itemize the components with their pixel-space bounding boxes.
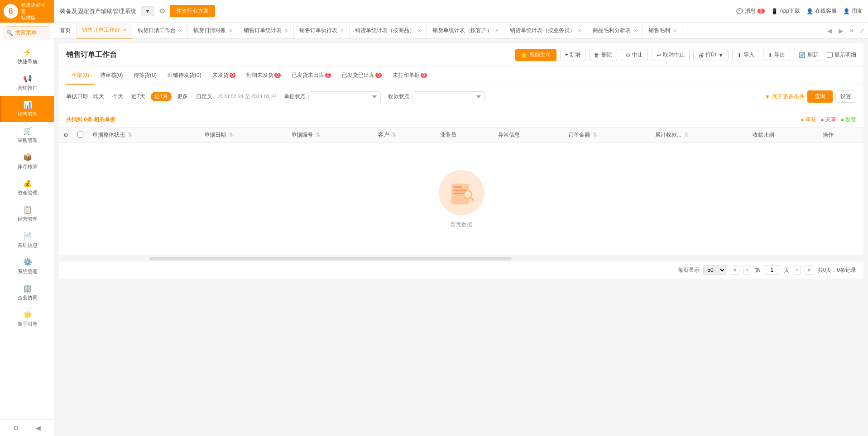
filter-tab-overdue[interactable]: 到期未发货0 [241,67,286,85]
scrollbar-thumb[interactable] [149,257,512,261]
smart-generate-button[interactable]: ⭐ 智能生单 [515,49,556,61]
horizontal-scrollbar[interactable] [59,256,863,261]
tab-sales-profit[interactable]: 销售毛利 ✕ [643,23,682,39]
expand-conditions-button[interactable]: ▼ 展开更多条件 [765,93,805,100]
prev-page-button[interactable]: ‹ [743,265,751,275]
col-settings: ⚙ [59,128,73,143]
first-page-button[interactable]: « [730,265,739,275]
export-button[interactable]: ⬇ 导出 [763,49,790,61]
date-opt-last1m[interactable]: 近1月 [151,92,172,101]
tab-close-goods-margin[interactable]: ✕ [633,28,637,33]
filter-tab-not-printed[interactable]: 未打印单据0 [387,67,432,85]
tab-sales-workbench[interactable]: 销售订单工作台 ✕ [77,23,132,39]
filter-tab-wangpu[interactable]: 旺铺待发货(0) [162,67,207,85]
show-details-checkbox[interactable]: 显示明细 [827,51,856,59]
tab-home[interactable]: 首页 [54,23,77,39]
settings-footer-button[interactable]: ⚙ [13,424,19,431]
tabs-close-all[interactable]: ✕ [847,26,856,35]
tab-close-goods-stats-product[interactable]: ✕ [417,28,421,33]
tab-goods-margin[interactable]: 商品毛利分析表 ✕ [587,23,643,39]
import-button[interactable]: ⬆ 导入 [732,49,759,61]
col-sales[interactable]: 业务员 [436,128,494,143]
collapse-sidebar-button[interactable]: ◀ [36,424,41,431]
sidebar-item-marketing[interactable]: 📢 营销推广 [0,70,54,96]
filter-tab-shipped-out[interactable]: 已发货已出库0 [336,67,387,85]
new-button[interactable]: + 新增 [560,49,585,61]
sidebar-item-enterprise[interactable]: 🏢 企业协同 [0,280,54,306]
tab-sales-exec[interactable]: 销售订单执行表 ✕ [294,23,350,39]
tab-goods-stats-sales[interactable]: 销货单统计表（按业务员） ✕ [504,23,587,39]
filter-tab-pending-review[interactable]: 待审核(0) [95,67,129,85]
page-input[interactable] [764,265,780,275]
sidebar-item-finance[interactable]: 💰 资金管理 [0,175,54,201]
col-date[interactable]: 单据日期 ⇅ [200,128,287,143]
sidebar: 6 畅捷通好生意 标准版 🔍 搜索菜单 ⚡ 快捷导航 📢 营销推广 📊 销售管理… [0,0,54,436]
tabs-scroll-left[interactable]: ◀ [825,27,835,34]
topbar-left: 装备及固定资产辅助管理系统 ▼ ⚙ 体验行业方案 [60,5,215,17]
query-button[interactable]: 查询 [807,90,833,103]
date-opt-today[interactable]: 今天 [110,92,126,101]
filter-tab-all[interactable]: 全部(0) [66,67,95,85]
col-amount[interactable]: 订单金额 ⇅ [564,128,651,143]
next-page-button[interactable]: › [793,265,801,275]
tab-close-sales-workbench[interactable]: ✕ [123,28,126,33]
col-collected[interactable]: 累计收款... ⇅ [651,128,748,143]
tabs-maximize[interactable]: ⤢ [857,26,866,35]
payment-select[interactable] [412,91,485,102]
ship-button[interactable]: ● 发货 [841,116,856,123]
tab-cash-reconcile[interactable]: 钱货日清对账 ✕ [188,23,238,39]
date-opt-custom[interactable]: 自定义 [193,92,215,101]
tab-close-sales-stats[interactable]: ✕ [284,28,288,33]
col-ratio: 收款比例 [748,128,818,143]
filter-tab-pending-inspect[interactable]: 待拣货(0) [128,67,162,85]
tab-cash-daily[interactable]: 钱货日清工作台 ✕ [132,23,188,39]
sidebar-item-sales[interactable]: 📊 销售管理 [0,96,54,122]
tab-close-sales-profit[interactable]: ✕ [673,28,676,33]
solution-button[interactable]: 体验行业方案 [170,5,215,17]
tab-goods-stats-customer[interactable]: 销货单统计表（按客户） ✕ [427,23,504,39]
tab-close-goods-stats-customer[interactable]: ✕ [495,28,499,33]
message-button[interactable]: 💬 消息 6 [736,7,765,15]
tab-close-cash-daily[interactable]: ✕ [178,28,182,33]
date-opt-yesterday[interactable]: 昨天 [91,92,107,101]
select-all-checkbox[interactable] [77,132,83,137]
cancel-stop-button[interactable]: ↩ 取消中止 [652,49,690,61]
sidebar-item-purchase[interactable]: 🛒 采购管理 [0,122,54,148]
tab-close-goods-stats-sales[interactable]: ✕ [578,28,581,33]
sidebar-item-guide[interactable]: 🌟 新手引导 [0,306,54,332]
filter-tab-not-shipped[interactable]: 未发货0 [207,67,241,85]
refresh-button[interactable]: 🔄 刷新 [794,49,823,61]
settings-button[interactable]: 设置 [835,90,856,103]
col-status[interactable]: 单据整体状态 ⇅ [88,128,200,143]
sidebar-item-system[interactable]: ⚙️ 系统管理 [0,253,54,280]
search-menu-button[interactable]: 🔍 搜索菜单 [4,26,50,39]
tab-goods-stats-product[interactable]: 销货单统计表（按商品） ✕ [350,23,427,39]
date-opt-last7[interactable]: 近7天 [129,92,148,101]
col-number[interactable]: 单据编号 ⇅ [287,128,374,143]
user-menu-button[interactable]: 👤 用友 [843,7,863,15]
filter-tab-shipped-not-out[interactable]: 已发货未出库0 [286,67,337,85]
print-button[interactable]: 🖨 打印 ▼ [693,49,729,61]
tab-sales-stats[interactable]: 销售订单统计表 ✕ [238,23,294,39]
system-dropdown[interactable]: ▼ [141,6,154,16]
sidebar-item-inventory[interactable]: 📦 库存核算 [0,148,54,175]
date-opt-more[interactable]: 更多 [174,92,191,101]
col-customer[interactable]: 客户 ⇅ [374,128,436,143]
stop-button[interactable]: ⊙ 中止 [621,49,648,61]
app-download-button[interactable]: 📱 App下载 [771,7,800,15]
settings-col-icon[interactable]: ⚙ [63,132,68,138]
sidebar-item-operations[interactable]: 📋 经营管理 [0,201,54,227]
sidebar-item-quick[interactable]: ⚡ 快捷导航 [0,43,54,70]
per-page-select[interactable]: 50 10 20 100 [703,265,726,275]
delete-button[interactable]: 🗑 删除 [589,49,617,61]
status-select[interactable] [308,91,381,102]
tab-close-cash-reconcile[interactable]: ✕ [229,28,232,33]
cancel-review-button[interactable]: ● 充审 [821,116,836,123]
last-page-button[interactable]: » [805,265,814,275]
online-service-button[interactable]: 👤 在线客服 [806,7,837,15]
sidebar-item-basic[interactable]: 📄 基础信息 [0,227,54,253]
topbar-settings-icon[interactable]: ⚙ [159,7,165,15]
tab-close-sales-exec[interactable]: ✕ [340,28,344,33]
review-button[interactable]: ● 审核 [801,116,816,123]
tabs-scroll-right[interactable]: ▶ [836,27,846,34]
